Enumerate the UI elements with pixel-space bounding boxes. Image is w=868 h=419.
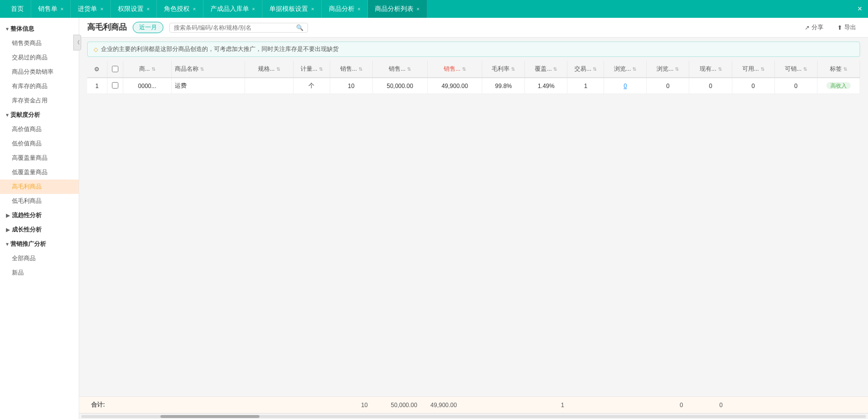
col-header-sales-qty[interactable]: 销售... ⇅ <box>330 61 372 78</box>
scrollbar-thumb[interactable] <box>160 415 259 418</box>
filter-btn-month[interactable]: 近一月 <box>133 22 163 33</box>
sidebar-item-stock-capital[interactable]: 库存资金占用 <box>0 93 79 108</box>
info-icon: ◇ <box>94 46 98 53</box>
col-header-code[interactable]: 商... ⇅ <box>123 61 171 78</box>
cell-browse1[interactable]: 0 <box>604 78 647 94</box>
sidebar-group-overall[interactable]: ▾ 整体信息 <box>0 22 79 36</box>
col-header-name[interactable]: 商品名称 ⇅ <box>171 61 245 78</box>
col-header-gross-rate[interactable]: 毛利率 ⇅ <box>482 61 525 78</box>
sidebar-group-marketing[interactable]: ▾ 营销推广分析 <box>0 237 79 251</box>
footer-available: 0 <box>701 402 741 409</box>
sidebar-item-low-value[interactable]: 低价值商品 <box>0 137 79 151</box>
nav-home[interactable]: 首页 <box>4 0 31 18</box>
col-header-unit[interactable]: 计量... ⇅ <box>293 61 330 78</box>
row-checkbox[interactable] <box>112 82 118 89</box>
sort-icon-browse2: ⇅ <box>675 66 679 72</box>
col-header-spec[interactable]: 规格... ⇅ <box>245 61 293 78</box>
sidebar-item-sales-goods[interactable]: 销售类商品 <box>0 36 79 50</box>
cell-spec <box>245 78 293 94</box>
cell-sales-amount: 50,000.00 <box>372 78 427 94</box>
nav-permissions-close[interactable]: × <box>147 6 150 12</box>
nav-roles-close[interactable]: × <box>193 6 196 12</box>
cell-check[interactable] <box>107 78 123 94</box>
col-header-coverage[interactable]: 覆盖... ⇅ <box>525 61 567 78</box>
nav-analysis[interactable]: 商品分析 × <box>322 0 368 18</box>
sidebar-item-stocked-goods[interactable]: 有库存的商品 <box>0 79 79 93</box>
search-icon[interactable]: 🔍 <box>296 24 304 31</box>
content-area: 高毛利商品 近一月 🔍 ↗ 分享 ⬆ 导出 ◇ 企业的主 <box>79 18 868 419</box>
arrow-contribution: ▾ <box>6 112 8 118</box>
col-header-settings[interactable]: ⚙ <box>87 61 107 78</box>
col-header-sales-profit[interactable]: 销售... ⇅ <box>427 61 482 78</box>
nav-roles[interactable]: 角色授权 × <box>157 0 203 18</box>
col-header-trade[interactable]: 交易... ⇅ <box>567 61 604 78</box>
sort-icon-browse1: ⇅ <box>632 66 636 72</box>
cell-trade: 1 <box>567 78 604 94</box>
cell-browse2: 0 <box>647 78 689 94</box>
sidebar-item-all-goods[interactable]: 全部商品 <box>0 251 79 266</box>
select-all-checkbox[interactable] <box>112 66 118 72</box>
cell-code: 0000... <box>123 78 171 94</box>
col-header-available[interactable]: 可用... ⇅ <box>732 61 774 78</box>
nav-sales-close[interactable]: × <box>60 6 63 12</box>
sidebar-item-category-rate[interactable]: 商品分类助销率 <box>0 65 79 79</box>
nav-purchase[interactable]: 进货单 × <box>71 0 110 18</box>
nav-template[interactable]: 单据模板设置 × <box>262 0 321 18</box>
window-close-icon[interactable]: × <box>858 4 862 13</box>
sort-icon-coverage: ⇅ <box>553 66 557 72</box>
table-row: 1 0000... 运费 个 10 50,000.00 49,900.00 99… <box>87 78 860 94</box>
cell-num: 1 <box>87 78 107 94</box>
arrow-overall: ▾ <box>6 26 8 32</box>
nav-sales[interactable]: 销售单 × <box>31 0 71 18</box>
cell-sales-profit: 49,900.00 <box>427 78 482 94</box>
main-container: ▾ 整体信息 销售类商品 交易过的商品 商品分类助销率 有库存的商品 库存资金占… <box>0 18 868 419</box>
sidebar-item-new-goods[interactable]: 新品 <box>0 266 79 280</box>
share-icon: ↗ <box>805 24 810 31</box>
nav-analysis-list-close[interactable]: × <box>416 6 419 12</box>
nav-purchase-close[interactable]: × <box>100 6 103 12</box>
col-header-saleable[interactable]: 可销... ⇅ <box>774 61 817 78</box>
sidebar-item-high-coverage[interactable]: 高覆盖量商品 <box>0 151 79 165</box>
sidebar-group-contribution[interactable]: ▾ 贡献度分析 <box>0 108 79 122</box>
nav-stock-in[interactable]: 产成品入库单 × <box>204 0 262 18</box>
page-title: 高毛利商品 <box>87 22 127 33</box>
footer-current: 0 <box>662 402 701 409</box>
col-header-tag[interactable]: 标签 ⇅ <box>817 61 860 78</box>
col-header-sales-amt[interactable]: 销售... ⇅ <box>372 61 427 78</box>
sort-icon-unit: ⇅ <box>319 66 323 72</box>
sort-icon-sales-profit: ⇅ <box>462 66 466 72</box>
nav-stock-in-close[interactable]: × <box>252 6 255 12</box>
settings-icon: ⚙ <box>94 66 100 73</box>
col-header-check[interactable] <box>107 61 123 78</box>
cell-coverage: 1.49% <box>525 78 567 94</box>
sidebar-group-trend[interactable]: ▶ 流趋性分析 <box>0 208 79 223</box>
sidebar-item-traded-goods[interactable]: 交易过的商品 <box>0 50 79 65</box>
sidebar-item-high-margin[interactable]: 高毛利商品 <box>0 180 79 194</box>
sort-icon-sales-amt: ⇅ <box>407 66 411 72</box>
cell-unit: 个 <box>293 78 330 94</box>
sidebar-item-low-margin[interactable]: 低毛利商品 <box>0 194 79 208</box>
sort-icon-sales-qty: ⇅ <box>358 66 362 72</box>
sort-icon-saleable: ⇅ <box>803 66 807 72</box>
nav-permissions[interactable]: 权限设置 × <box>111 0 157 18</box>
sidebar-group-growth[interactable]: ▶ 成长性分析 <box>0 223 79 237</box>
sidebar-item-low-coverage[interactable]: 低覆盖量商品 <box>0 165 79 180</box>
bottom-scrollbar[interactable] <box>79 413 868 419</box>
table-footer: 合计: 10 50,000.00 49,900.00 1 0 0 <box>79 396 868 413</box>
nav-analysis-close[interactable]: × <box>357 6 360 12</box>
footer-sales-qty: 10 <box>345 402 384 409</box>
share-btn[interactable]: ↗ 分享 <box>801 22 827 33</box>
col-header-current[interactable]: 现有... ⇅ <box>689 61 732 78</box>
sidebar-collapse-btn[interactable]: 《 <box>73 35 81 50</box>
sidebar-item-high-value[interactable]: 高价值商品 <box>0 122 79 137</box>
col-header-browse1[interactable]: 浏览... ⇅ <box>604 61 647 78</box>
nav-template-close[interactable]: × <box>311 6 314 12</box>
header-actions: ↗ 分享 ⬆ 导出 <box>801 22 860 33</box>
nav-analysis-list[interactable]: 商品分析列表 × <box>368 0 427 18</box>
export-btn[interactable]: ⬆ 导出 <box>833 22 860 33</box>
col-header-browse2[interactable]: 浏览... ⇅ <box>647 61 689 78</box>
cell-gross-rate: 99.8% <box>482 78 525 94</box>
footer-trade: 1 <box>543 402 582 409</box>
table-wrapper[interactable]: ⚙ 商... ⇅ 商品名称 <box>79 61 868 396</box>
search-input[interactable] <box>174 24 296 31</box>
